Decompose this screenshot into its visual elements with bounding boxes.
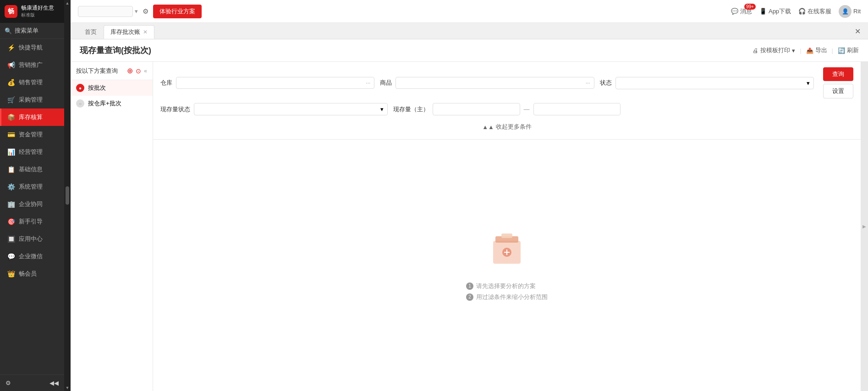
plan-item-by-warehouse-batch[interactable]: ○ 按仓库+批次 [71,96,153,111]
warehouse-more[interactable]: ··· [366,80,370,86]
sidebar-nav: ⚡ 快捷导航 📢 营销推广 💰 销售管理 🛒 采购管理 📦 库存核算 💳 资金管… [0,39,64,375]
export-btn[interactable]: 📤 导出 [806,46,827,54]
topbar-dropdown-icon[interactable]: ▾ [135,8,138,15]
tab-close-icon[interactable]: ✕ [143,29,148,35]
sidebar-item-system[interactable]: ⚙️ 系统管理 [0,178,64,196]
print-dropdown-icon[interactable]: ▾ [792,47,795,54]
status-select[interactable]: ▾ [615,77,814,89]
sidebar-item-finance[interactable]: 💳 资金管理 [0,126,64,143]
collapse-sidebar-icon[interactable]: ◀◀ [49,380,59,386]
system-icon: ⚙️ [7,183,15,190]
sidebar-item-label: 采购管理 [19,96,43,104]
member-icon: 👑 [7,270,15,277]
collapse-panel-btn[interactable]: « [144,68,147,74]
sidebar-item-label: 基础信息 [19,165,43,174]
settings-btn[interactable]: 设置 [823,84,853,98]
stock-status-select[interactable]: ▾ [194,103,388,115]
sidebar-item-label: 经营管理 [19,148,43,156]
sidebar-item-sales[interactable]: 💰 销售管理 [0,74,64,91]
refresh-btn[interactable]: 🔄 刷新 [838,46,859,54]
sidebar-item-inventory[interactable]: 📦 库存核算 [0,109,64,126]
sidebar-item-appstore[interactable]: 🔲 应用中心 [0,230,64,248]
tab-inventory-batch[interactable]: 库存批次账 ✕ [104,25,154,39]
right-panel-collapse-icon: ▶ [862,224,867,229]
experience-btn[interactable]: 体验行业方案 [153,5,202,18]
left-panel: 按以下方案查询 ⊕ ⊙ « ● 按批次 ○ 按仓库+批次 [71,62,153,391]
appstore-icon: 🔲 [7,235,15,243]
filter-area: 仓库 ··· 商品 ··· [153,62,861,140]
filter-row-2: 现存量状态 ▾ 现存量（主） — [160,103,853,115]
phone-icon: 📱 [759,8,767,15]
scroll-down-btn[interactable]: ▼ [66,386,70,390]
sidebar-item-enterprise[interactable]: 🏢 企业协同 [0,196,64,213]
close-all-tabs-btn[interactable]: ✕ [855,27,861,35]
plan-icon-active: ● [76,84,84,92]
sidebar-search-label: 搜索菜单 [15,27,38,35]
sidebar-item-member[interactable]: 👑 畅会员 [0,265,64,282]
basic-icon: 📋 [7,166,15,173]
add-plan-btn[interactable]: ⊕ [127,66,133,75]
tab-home[interactable]: 首页 [78,25,104,39]
sidebar-search[interactable]: 🔍 搜索菜单 [0,23,64,39]
sales-icon: 💰 [7,79,15,86]
topbar-search-input[interactable] [78,6,133,17]
sidebar-item-marketing[interactable]: 📢 营销推广 [0,56,64,74]
operations-icon: 📊 [7,148,15,156]
query-btn[interactable]: 查询 [823,67,853,81]
online-service-label: 在线客服 [808,7,831,16]
topbar-right: 💬 消息 99+ 📱 App下载 🎧 在线客服 👤 Rit [731,5,861,18]
sidebar-item-weixin[interactable]: 💬 企业微信 [0,248,64,265]
user-avatar-icon: 👤 [842,8,849,15]
stock-qty-from-input[interactable] [433,103,520,115]
topbar-gear-icon[interactable]: ⚙ [143,7,148,16]
app-download-label: App下载 [769,7,791,16]
right-close-panel[interactable]: ▶ [861,62,868,391]
product-more[interactable]: ··· [586,80,590,86]
app-title: 畅康通好生意 [21,5,54,12]
purchase-icon: 🛒 [7,96,15,103]
filter-stock-status: 现存量状态 ▾ [160,103,388,115]
stock-status-dropdown-icon: ▾ [380,106,384,113]
sidebar-footer: ⚙ ◀◀ [0,375,64,391]
settings-icon[interactable]: ⚙ [5,380,11,386]
user-profile-btn[interactable]: 👤 Rit [839,5,861,18]
plan-label-by-warehouse-batch: 按仓库+批次 [88,99,121,108]
export-icon: 📤 [806,47,813,54]
sidebar-item-basic[interactable]: 📋 基础信息 [0,161,64,178]
print-template-label: 按模板打印 [760,46,790,54]
messages-btn[interactable]: 💬 消息 99+ [731,7,752,16]
marketing-icon: 📢 [7,61,15,69]
scroll-up-btn[interactable]: ▲ [66,1,70,5]
sidebar-item-purchase[interactable]: 🛒 采购管理 [0,91,64,109]
main-area: ▾ ⚙ 体验行业方案 💬 消息 99+ 📱 App下载 🎧 在线客服 👤 [71,0,868,391]
weixin-icon: 💬 [7,253,15,260]
app-download-btn[interactable]: 📱 App下载 [759,7,791,16]
content-area: 现存量查询(按批次) 🖨 按模板打印 ▾ | 📤 导出 | 🔄 刷新 [71,39,868,391]
warehouse-input[interactable]: ··· [176,77,374,89]
body-area: 按以下方案查询 ⊕ ⊙ « ● 按批次 ○ 按仓库+批次 [71,62,868,391]
left-panel-title: 按以下方案查询 [76,67,118,75]
page-header: 现存量查询(按批次) 🖨 按模板打印 ▾ | 📤 导出 | 🔄 刷新 [71,39,868,62]
sidebar-item-label: 销售管理 [19,78,43,87]
sidebar-item-label: 企业协同 [19,200,43,208]
sidebar-item-newbie[interactable]: 🎯 新手引导 [0,213,64,230]
settings-plan-btn[interactable]: ⊙ [136,67,141,75]
sidebar-item-label: 系统管理 [19,183,43,191]
product-input[interactable]: ··· [396,77,594,89]
topbar-input-area: ▾ [78,6,138,17]
sidebar-item-label: 畅会员 [19,270,37,278]
stock-qty-to-input[interactable] [533,103,621,115]
warehouse-label: 仓库 [160,79,172,87]
stock-status-label: 现存量状态 [160,105,190,114]
left-panel-header: 按以下方案查询 ⊕ ⊙ « [71,62,153,80]
sidebar-item-shortcuts[interactable]: ⚡ 快捷导航 [0,39,64,56]
sidebar-item-operations[interactable]: 📊 经营管理 [0,143,64,161]
page-title: 现存量查询(按批次) [80,45,151,56]
shortcuts-icon: ⚡ [7,44,15,51]
sidebar-header: 畅 畅康通好生意 标准版 [0,0,64,23]
online-service-btn[interactable]: 🎧 在线客服 [798,7,831,16]
app-logo: 畅 [5,5,17,18]
collapse-more-btn[interactable]: ▲▲ 收起更多条件 [160,120,853,134]
print-template-btn[interactable]: 🖨 按模板打印 ▾ [753,46,795,54]
plan-item-by-batch[interactable]: ● 按批次 [71,80,153,96]
